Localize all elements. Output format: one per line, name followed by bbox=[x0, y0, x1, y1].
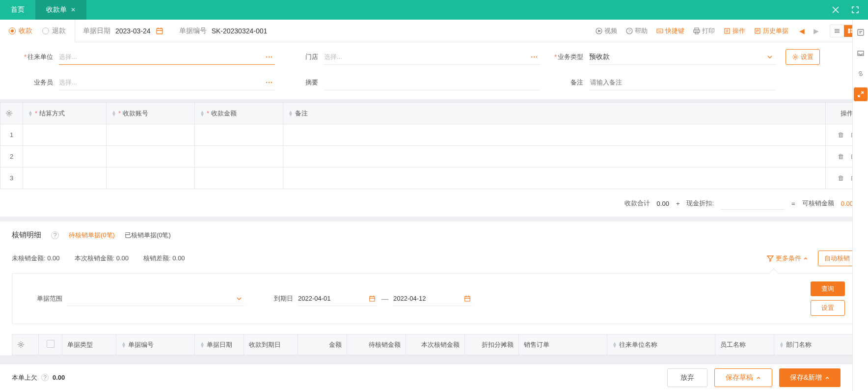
app-tabbar: 首页 收款单 ✕ bbox=[0, 0, 868, 20]
col-partner-name[interactable]: ▲▼往来单位名称 bbox=[607, 335, 715, 355]
filter-settings-button[interactable]: 设置 bbox=[811, 300, 845, 316]
col-doc-date[interactable]: ▲▼单据日期 bbox=[195, 335, 244, 355]
this-writeoff-amount: 本次核销金额: 0.00 bbox=[75, 254, 129, 263]
biz-type-select[interactable]: 预收款 bbox=[589, 49, 776, 65]
history-next-icon[interactable]: ▶ bbox=[812, 27, 821, 35]
query-button[interactable]: 查询 bbox=[811, 281, 845, 296]
table-row[interactable]: 1 🗑⊞ bbox=[0, 124, 868, 146]
tab-home[interactable]: 首页 bbox=[0, 0, 35, 20]
due-date-to[interactable]: 2022-04-12 bbox=[393, 291, 472, 306]
col-discount-share[interactable]: 折扣分摊额 bbox=[465, 335, 519, 355]
col-doc-type[interactable]: 单据类型 bbox=[62, 335, 116, 355]
rail-inbox-icon[interactable] bbox=[854, 46, 868, 60]
save-and-new-button[interactable]: 保存&新增 bbox=[779, 368, 841, 387]
table-row[interactable]: 2 🗑⊞ bbox=[0, 146, 868, 168]
col-sales-order[interactable]: 销售订单 bbox=[519, 335, 607, 355]
radio-receive[interactable]: 收款 bbox=[9, 27, 32, 35]
save-draft-button[interactable]: 保存草稿 bbox=[714, 368, 772, 387]
sum-value: 0.00 bbox=[657, 200, 669, 207]
svg-rect-11 bbox=[848, 31, 850, 33]
col-amount2[interactable]: 金额 bbox=[298, 335, 347, 355]
store-input[interactable]: 选择... ··· bbox=[324, 49, 540, 65]
col-doc-no[interactable]: ▲▼单据编号 bbox=[116, 335, 195, 355]
svg-rect-17 bbox=[858, 29, 864, 35]
history-link[interactable]: 历史单据 bbox=[754, 27, 788, 35]
rail-link-icon[interactable] bbox=[854, 67, 868, 81]
more-conditions-toggle[interactable]: 更多条件 bbox=[767, 254, 808, 263]
discount-input[interactable] bbox=[721, 197, 785, 210]
window-close-icon[interactable] bbox=[830, 4, 841, 16]
trash-icon[interactable]: 🗑 bbox=[838, 131, 844, 139]
writeoff-diff: 核销差额: 0.00 bbox=[143, 254, 185, 263]
doc-range-select[interactable] bbox=[67, 291, 244, 306]
col-amount[interactable]: ▲▼*收款金额 bbox=[195, 103, 283, 124]
chevron-down-icon[interactable] bbox=[767, 54, 773, 60]
due-date-from[interactable]: 2022-04-01 bbox=[298, 291, 377, 306]
col-this-amount[interactable]: 本次核销金额 bbox=[406, 335, 465, 355]
viewmode-list-icon[interactable] bbox=[830, 25, 844, 37]
writeoff-table: 单据类型 ▲▼单据编号 ▲▼单据日期 收款到期日 金额 待核销金额 本次核销金额… bbox=[12, 334, 856, 355]
doc-date-label: 单据日期 bbox=[83, 27, 110, 35]
page-body: 收款 退款 单据日期 2023-03-24 单据编号 SK-20230324-0… bbox=[0, 20, 868, 391]
salesman-input[interactable]: 选择... ··· bbox=[59, 75, 275, 90]
video-link[interactable]: 视频 bbox=[596, 27, 617, 35]
radio-refund[interactable]: 退款 bbox=[42, 27, 66, 35]
range-label: 单据范围 bbox=[23, 294, 62, 303]
rail-note-icon[interactable] bbox=[854, 26, 868, 39]
select-all-checkbox[interactable] bbox=[39, 335, 62, 355]
help-link[interactable]: ?帮助 bbox=[626, 27, 648, 35]
writeoff-tab-done[interactable]: 已核销单据(0笔) bbox=[125, 231, 171, 240]
trash-icon[interactable]: 🗑 bbox=[838, 153, 844, 160]
col-employee[interactable]: 员工名称 bbox=[715, 335, 774, 355]
summary-input[interactable] bbox=[324, 75, 540, 90]
tab-receipt[interactable]: 收款单 ✕ bbox=[35, 0, 86, 20]
store-label: 门店 bbox=[305, 53, 318, 60]
col-dept[interactable]: ▲▼部门名称 bbox=[774, 335, 856, 355]
auto-writeoff-button[interactable]: 自动核销 bbox=[818, 251, 856, 266]
sum-label: 收款合计 bbox=[624, 199, 650, 208]
partner-label: 往来单位 bbox=[27, 53, 53, 60]
history-prev-icon[interactable]: ◀ bbox=[797, 27, 807, 35]
bottom-action-bar: 本单上欠 ? 0.00 放弃 保存草稿 保存&新增 bbox=[0, 363, 852, 391]
doc-date-value[interactable]: 2023-03-24 bbox=[115, 27, 151, 35]
table-settings-header[interactable] bbox=[12, 335, 39, 355]
help-icon[interactable]: ? bbox=[41, 374, 49, 381]
info-icon[interactable]: ? bbox=[51, 231, 59, 239]
col-due-date[interactable]: 收款到期日 bbox=[244, 335, 298, 355]
table-row[interactable]: 3 🗑⊞ bbox=[0, 168, 868, 189]
remark-input[interactable] bbox=[589, 75, 776, 90]
print-link[interactable]: 打印 bbox=[693, 27, 715, 35]
table-settings-header[interactable] bbox=[0, 103, 23, 124]
calendar-icon[interactable] bbox=[156, 27, 163, 35]
salesman-label: 业务员 bbox=[34, 79, 53, 86]
partner-input[interactable]: 选择... ··· bbox=[59, 49, 275, 65]
col-method[interactable]: ▲▼*结算方式 bbox=[23, 103, 107, 124]
svg-rect-0 bbox=[157, 28, 163, 34]
fullscreen-icon[interactable] bbox=[849, 4, 861, 16]
operate-link[interactable]: 操作 bbox=[724, 27, 745, 35]
col-account[interactable]: ▲▼*收款账号 bbox=[107, 103, 195, 124]
header-actions: 视频 ?帮助 快捷键 打印 操作 历史单据 ◀ ▶ bbox=[586, 25, 868, 37]
calendar-icon[interactable] bbox=[369, 295, 376, 302]
col-pending-amount[interactable]: 待核销金额 bbox=[347, 335, 406, 355]
settings-button[interactable]: 设置 bbox=[786, 49, 820, 65]
discard-button[interactable]: 放弃 bbox=[667, 368, 707, 387]
lookup-icon[interactable]: ··· bbox=[266, 79, 273, 86]
lookup-icon[interactable]: ··· bbox=[266, 53, 273, 61]
chevron-down-icon[interactable] bbox=[236, 296, 242, 302]
svg-point-13 bbox=[8, 112, 10, 114]
filter-panel: 单据范围 到期日 2022-04-01 — 2022-04-12 查询 bbox=[12, 273, 856, 324]
lookup-icon[interactable]: ··· bbox=[531, 53, 538, 61]
col-remark[interactable]: ▲▼备注 bbox=[283, 103, 826, 124]
trash-icon[interactable]: 🗑 bbox=[838, 174, 844, 182]
svg-point-12 bbox=[794, 56, 796, 58]
writeoff-tab-pending[interactable]: 待核销单据(0笔) bbox=[69, 231, 115, 240]
calendar-icon[interactable] bbox=[464, 295, 471, 302]
svg-point-16 bbox=[20, 343, 22, 345]
biz-type-value: 预收款 bbox=[589, 53, 610, 61]
shortcut-link[interactable]: 快捷键 bbox=[656, 27, 684, 35]
svg-rect-15 bbox=[465, 296, 470, 301]
rail-expand-icon[interactable] bbox=[854, 87, 868, 101]
close-icon[interactable]: ✕ bbox=[71, 6, 76, 13]
writeoff-title: 核销明细 bbox=[12, 230, 41, 240]
